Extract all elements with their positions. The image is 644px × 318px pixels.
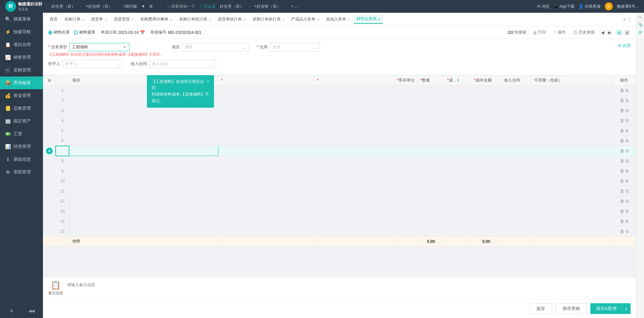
cell-income[interactable] bbox=[501, 156, 532, 166]
cell-cost-amt[interactable] bbox=[471, 96, 501, 106]
save-new-arrow-button[interactable]: ∧ bbox=[622, 303, 631, 314]
cell-project[interactable] bbox=[69, 206, 218, 216]
ops-btn[interactable]: ⋮ 操作 bbox=[551, 29, 568, 36]
sidebar-item-finance[interactable]: 💰 资金管理 bbox=[0, 89, 43, 102]
cell-unit[interactable] bbox=[394, 226, 418, 236]
cell-cost[interactable] bbox=[444, 86, 471, 96]
cell-cost[interactable] bbox=[444, 106, 471, 116]
cell-cost-amt[interactable] bbox=[471, 116, 501, 126]
tab-close-purchase-exec[interactable]: × bbox=[282, 17, 284, 21]
tab-home[interactable]: 首页 bbox=[47, 15, 60, 23]
cell-avail-active[interactable] bbox=[532, 146, 612, 156]
income-contract-input[interactable]: 收入合同 ... bbox=[149, 60, 216, 68]
tab-in-stats[interactable]: 进货单统计表 × bbox=[215, 15, 248, 23]
cell-qty[interactable] bbox=[418, 106, 444, 116]
row-copy-btn[interactable]: ⧉ bbox=[626, 178, 629, 184]
cell-income[interactable] bbox=[501, 126, 532, 136]
calendar-icon[interactable]: 📅 bbox=[140, 30, 145, 35]
cell-project[interactable] bbox=[69, 166, 218, 176]
cell-spec[interactable] bbox=[314, 126, 394, 136]
cell-qty[interactable] bbox=[418, 186, 444, 196]
tab-close-purchase-order[interactable]: × bbox=[82, 17, 84, 21]
cell-cost[interactable] bbox=[444, 126, 471, 136]
app-download-link[interactable]: 📱 App下载 bbox=[553, 4, 575, 9]
cell-qty[interactable] bbox=[418, 166, 444, 176]
row-copy-btn[interactable]: ⧉ bbox=[626, 219, 629, 224]
cell-cost[interactable] bbox=[444, 206, 471, 216]
sidebar-item-payroll[interactable]: 💵 工资 bbox=[0, 127, 43, 140]
cell-unit[interactable] bbox=[394, 106, 418, 116]
cell-material[interactable] bbox=[218, 206, 314, 216]
tab-purchase-return[interactable]: 进退货货 × bbox=[111, 15, 136, 23]
cell-material[interactable] bbox=[218, 166, 314, 176]
cell-avail[interactable] bbox=[532, 196, 612, 206]
cell-project[interactable] bbox=[69, 226, 218, 236]
tab-close-purchase-in[interactable]: × bbox=[105, 17, 107, 21]
cell-spec[interactable] bbox=[314, 186, 394, 196]
certified-badge[interactable]: ✓ 已认证 bbox=[199, 4, 216, 9]
cell-avail[interactable] bbox=[532, 136, 612, 146]
row-copy-btn[interactable]: ⧉ bbox=[626, 138, 629, 144]
row-delete-btn[interactable]: 🗑 bbox=[620, 178, 624, 183]
cell-material[interactable] bbox=[218, 186, 314, 196]
cell-cost-amt[interactable] bbox=[471, 216, 501, 226]
cell-avail[interactable] bbox=[532, 96, 612, 106]
cell-project-input[interactable] bbox=[72, 148, 215, 153]
sidebar-item-quicknav[interactable]: ⚡ 快捷导航 bbox=[0, 25, 43, 38]
settings-btn[interactable]: ⚙ 设置 bbox=[618, 43, 631, 48]
cell-income[interactable] bbox=[501, 106, 532, 116]
cell-avail[interactable] bbox=[532, 176, 612, 186]
tab-material-out[interactable]: 材料出库单 × bbox=[354, 15, 383, 24]
nav-prev[interactable]: ◀ bbox=[599, 30, 606, 36]
cell-cost-amt[interactable] bbox=[471, 196, 501, 206]
cell-qty[interactable] bbox=[418, 116, 444, 126]
cell-cost[interactable] bbox=[444, 116, 471, 126]
cell-project[interactable] bbox=[69, 116, 218, 126]
cell-income[interactable] bbox=[501, 96, 532, 106]
cell-unit[interactable] bbox=[394, 176, 418, 186]
sidebar-item-purchase[interactable]: 🛒 采购管理 bbox=[0, 64, 43, 76]
nav-link-haoshengyi[interactable]: 好生意（首） bbox=[51, 4, 75, 9]
cell-cost-amt[interactable] bbox=[471, 186, 501, 196]
cell-unit[interactable] bbox=[394, 136, 418, 146]
cell-avail[interactable] bbox=[532, 186, 612, 196]
row-delete-btn[interactable]: 🗑 bbox=[620, 219, 624, 224]
nav2-haoyecai[interactable]: +好业财（首） bbox=[254, 4, 281, 9]
cell-income[interactable] bbox=[501, 176, 532, 186]
nav-next[interactable]: ▶ bbox=[606, 30, 613, 36]
row-copy-btn[interactable]: ⧉ bbox=[626, 98, 629, 103]
cell-qty[interactable] bbox=[418, 216, 444, 226]
cell-spec[interactable] bbox=[314, 206, 394, 216]
shortcut-btn[interactable]: ⌨ 快捷键 bbox=[505, 29, 528, 36]
save-draft-button[interactable]: 保存草稿 bbox=[555, 303, 587, 314]
cell-material[interactable] bbox=[218, 136, 314, 146]
sidebar-item-inventory[interactable]: 📦 库存核算 bbox=[0, 76, 43, 89]
cell-unit[interactable] bbox=[394, 206, 418, 216]
cell-cost-amt[interactable] bbox=[471, 86, 501, 96]
cell-unit[interactable] bbox=[394, 96, 418, 106]
nav2-haoshengyi[interactable]: 好生意（首） bbox=[220, 4, 244, 9]
cell-project[interactable] bbox=[69, 216, 218, 226]
cell-cost-amt[interactable] bbox=[471, 126, 501, 136]
cell-cost[interactable] bbox=[444, 156, 471, 166]
cell-avail[interactable] bbox=[532, 226, 612, 236]
cell-unit-active[interactable] bbox=[394, 146, 418, 156]
cell-unit[interactable] bbox=[394, 126, 418, 136]
tab-other-in[interactable]: 其他入库单 × bbox=[323, 15, 353, 23]
cell-material[interactable] bbox=[218, 156, 314, 166]
cell-spec[interactable] bbox=[314, 116, 394, 126]
cell-cost[interactable] bbox=[444, 196, 471, 206]
sidebar-item-search[interactable]: 🔍 搜索菜单 bbox=[0, 13, 43, 25]
cell-unit[interactable] bbox=[394, 186, 418, 196]
cell-material[interactable] bbox=[218, 216, 314, 226]
cell-cost-amt-active[interactable] bbox=[471, 146, 501, 156]
cell-income[interactable] bbox=[501, 226, 532, 236]
tab-close-other-in[interactable]: × bbox=[348, 17, 350, 21]
handler-input[interactable]: 经手人 ... bbox=[62, 60, 123, 68]
nav-link-haoyecai[interactable]: +好业财（首） bbox=[86, 4, 112, 9]
cell-cost-amt[interactable] bbox=[471, 106, 501, 116]
tab-close-purchase-cost[interactable]: × bbox=[170, 17, 172, 21]
print-btn[interactable]: 🖨 打印 bbox=[531, 29, 548, 36]
tab-close-product-in[interactable]: × bbox=[317, 17, 319, 21]
tab-purchase-cost[interactable]: 采购费用分摊单 × bbox=[138, 15, 175, 23]
